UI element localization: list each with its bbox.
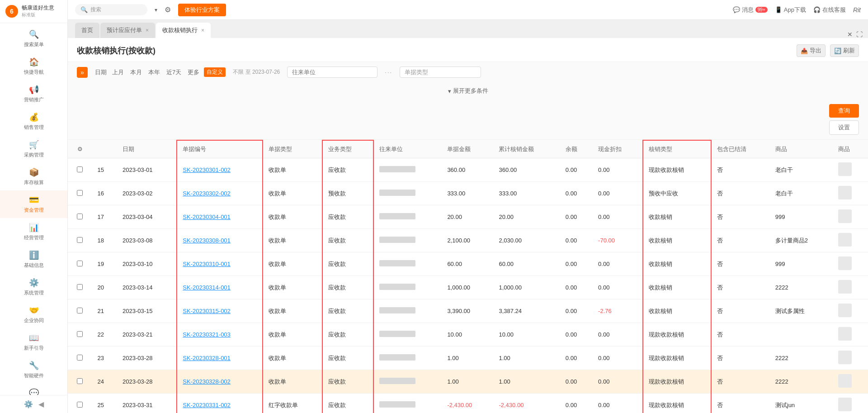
topbar-settings-icon[interactable]: ⚙ (165, 5, 171, 14)
close-window-icon[interactable]: ✕ (847, 31, 853, 38)
th-partner: 往来单位 (373, 140, 442, 158)
row-checkbox[interactable] (77, 308, 83, 313)
th-cancel-type: 核销类型 (643, 140, 711, 158)
cell-partner (373, 205, 442, 229)
cell-settings[interactable] (68, 182, 92, 205)
cell-partner (373, 323, 442, 347)
cell-balance: 0.00 (560, 276, 593, 299)
solution-button[interactable]: 体验行业方案 (178, 4, 226, 16)
sidebar-item-basic[interactable]: ℹ️ 基础信息 (0, 246, 67, 273)
sidebar-item-search[interactable]: 🔍 搜索菜单 (0, 25, 67, 52)
wechat-icon: 💬 (29, 388, 39, 395)
row-checkbox[interactable] (77, 402, 83, 408)
online-service-label: 在线客服 (822, 6, 846, 14)
sidebar-item-inventory[interactable]: 📦 库存核算 (0, 163, 67, 190)
th-settings[interactable]: ⚙ (68, 140, 92, 158)
cell-settings[interactable] (68, 299, 92, 323)
topbar-search[interactable]: 🔍 搜索 (75, 4, 147, 15)
sidebar-item-purchase[interactable]: 🛒 采购管理 (0, 135, 67, 163)
doc-no-link[interactable]: SK-20230304-001 (183, 214, 231, 220)
doc-no-link[interactable]: SK-20230310-001 (183, 261, 231, 267)
sidebar-item-guide[interactable]: 📖 新手引导 (0, 328, 67, 356)
date-custom[interactable]: 自定义 (204, 67, 226, 77)
filter-toggle[interactable]: » (77, 67, 88, 78)
cell-include-settled: 否 (711, 252, 770, 276)
th-doc-no: 单据编号 (177, 140, 263, 158)
sidebar-item-hardware[interactable]: 🔧 智能硬件 (0, 356, 67, 384)
cell-settings[interactable] (68, 394, 92, 413)
query-button[interactable]: 查询 (829, 104, 859, 118)
settings-icon[interactable]: ⚙️ (24, 400, 33, 408)
cell-goods: 2222 (770, 370, 833, 394)
doc-no-link[interactable]: SK-20230331-002 (183, 402, 231, 408)
tab-payable-close[interactable]: × (146, 27, 149, 33)
date-this-month[interactable]: 本月 (128, 67, 144, 77)
sidebar-item-label: 智能硬件 (24, 372, 44, 379)
doc-no-link[interactable]: SK-20230328-002 (183, 378, 231, 385)
row-checkbox[interactable] (77, 261, 83, 266)
doc-no-link[interactable]: SK-20230302-002 (183, 190, 231, 197)
row-checkbox[interactable] (77, 284, 83, 290)
sidebar-item-operations[interactable]: 📊 经营管理 (0, 218, 67, 246)
setting-button[interactable]: 设置 (829, 120, 859, 135)
row-checkbox[interactable] (77, 237, 83, 243)
refresh-button[interactable]: 🔄 刷新 (830, 44, 859, 57)
app-logo[interactable]: 6 畅康道好生意 标准版 (0, 0, 67, 23)
online-service-action[interactable]: 🎧 在线客服 (813, 6, 846, 14)
tab-receipt[interactable]: 收款核销执行 × (156, 23, 211, 38)
maximize-icon[interactable]: ⛶ (856, 31, 863, 38)
sidebar-item-shortcuts[interactable]: 🏠 快捷导航 (0, 52, 67, 80)
user-avatar[interactable]: Rit (853, 6, 861, 14)
date-this-year[interactable]: 本年 (146, 67, 162, 77)
date-range: 不限 至 2023-07-26 (233, 68, 280, 76)
tab-home[interactable]: 首页 (75, 23, 99, 38)
cell-settings[interactable] (68, 252, 92, 276)
tab-receipt-close[interactable]: × (201, 27, 204, 33)
tab-payable[interactable]: 预计应应付单 × (100, 23, 155, 38)
date-more[interactable]: 更多 (186, 67, 201, 77)
row-checkbox[interactable] (77, 190, 83, 196)
doc-type-select[interactable]: 单据类型 (400, 66, 481, 78)
date-last-month[interactable]: 上月 (110, 67, 126, 77)
app-download-action[interactable]: 📱 App下载 (775, 6, 806, 14)
sidebar-item-wechat[interactable]: 💬 企业微信 (0, 384, 67, 395)
doc-no-link[interactable]: SK-20230328-001 (183, 355, 231, 361)
export-button[interactable]: 📤 导出 (797, 44, 826, 57)
dropdown-icon[interactable]: ▾ (155, 7, 157, 13)
sidebar-item-finance[interactable]: 💳 资金管理 (0, 190, 67, 218)
table-row: 22 2023-03-21 SK-20230321-003 收款单 应收款 10… (68, 323, 868, 347)
row-checkbox[interactable] (77, 331, 83, 337)
doc-no-link[interactable]: SK-20230321-003 (183, 331, 231, 338)
row-checkbox[interactable] (77, 214, 83, 219)
date-7days[interactable]: 近7天 (165, 67, 183, 77)
sidebar-item-cooperation[interactable]: 🤝 企业协同 (0, 301, 67, 328)
partner-input[interactable] (287, 66, 377, 78)
cell-settings[interactable] (68, 158, 92, 182)
cell-settings[interactable] (68, 347, 92, 370)
sidebar-item-marketing[interactable]: 📢 营销推广 (0, 80, 67, 108)
doc-no-link[interactable]: SK-20230314-001 (183, 284, 231, 291)
cell-settings[interactable] (68, 205, 92, 229)
sidebar-item-system[interactable]: ⚙️ 系统管理 (0, 273, 67, 301)
sidebar-item-sales[interactable]: 💰 销售管理 (0, 108, 67, 135)
cell-docno: SK-20230314-001 (177, 276, 263, 299)
cell-date: 2023-03-31 (117, 394, 177, 413)
cell-balance: 0.00 (560, 347, 593, 370)
doc-no-link[interactable]: SK-20230308-001 (183, 237, 231, 244)
row-checkbox[interactable] (77, 166, 83, 172)
cell-settings[interactable] (68, 323, 92, 347)
doc-no-link[interactable]: SK-20230315-002 (183, 308, 231, 314)
doc-no-link[interactable]: SK-20230301-002 (183, 166, 231, 173)
row-checkbox[interactable] (77, 378, 83, 384)
cell-settings[interactable] (68, 370, 92, 394)
cell-partner (373, 347, 442, 370)
row-checkbox[interactable] (77, 355, 83, 361)
message-action[interactable]: 💬 消息 99+ (733, 6, 768, 14)
expand-conditions[interactable]: ▾ 展开更多条件 (448, 87, 488, 95)
cell-doctype: 收款单 (263, 347, 322, 370)
collapse-icon[interactable]: ◀ (38, 400, 44, 408)
cell-settings[interactable] (68, 276, 92, 299)
cell-settings[interactable] (68, 229, 92, 252)
cell-docno: SK-20230328-001 (177, 347, 263, 370)
cell-verified: 60.00 (493, 252, 560, 276)
